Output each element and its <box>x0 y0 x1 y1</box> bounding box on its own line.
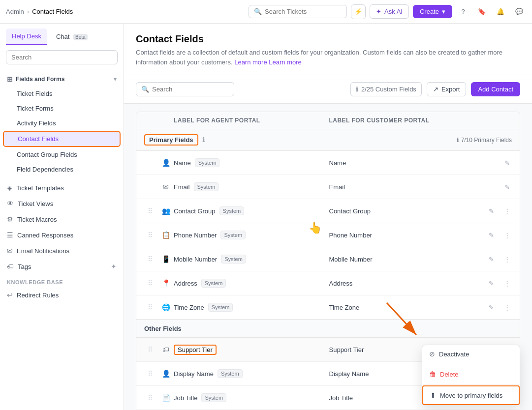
bell-icon[interactable]: 🔔 <box>494 5 507 19</box>
field-name: Phone Number <box>174 232 217 239</box>
primary-fields-label-wrap: Primary Fields ℹ <box>144 134 205 146</box>
edit-button[interactable]: ✎ <box>500 180 514 194</box>
knowledge-base-section-label: KNOWLEDGE BASE <box>0 274 124 287</box>
ask-ai-label: Ask AI <box>384 8 403 15</box>
sidebar-item-redirect-rules[interactable]: ↩ Redirect Rules <box>0 287 124 303</box>
page-title: Contact Fields <box>136 33 520 45</box>
more-button[interactable]: ⋮ <box>500 252 514 266</box>
edit-button[interactable]: ✎ <box>484 228 498 242</box>
toolbar-search[interactable]: 🔍 <box>136 82 234 96</box>
sidebar-search[interactable] <box>0 45 124 69</box>
edit-button[interactable]: ✎ <box>484 252 498 266</box>
sidebar-item-ticket-views[interactable]: 👁 Ticket Views <box>0 196 124 211</box>
sidebar-item-contact-fields[interactable]: Contact Fields <box>3 131 121 147</box>
chat-icon[interactable]: 💬 <box>512 5 526 19</box>
bookmark-icon[interactable]: 🔖 <box>475 5 489 19</box>
drag-handle[interactable]: ⠿ <box>142 394 158 402</box>
edit-button[interactable]: ✎ <box>484 276 498 290</box>
search-tickets-input[interactable] <box>265 8 342 15</box>
row-actions: ✎ ⋮ <box>484 252 514 266</box>
export-icon: ↗ <box>433 86 438 93</box>
sidebar-item-ticket-forms[interactable]: Ticket Forms <box>3 101 121 116</box>
system-badge: System <box>220 231 246 239</box>
tags-icon: 🏷 <box>7 263 14 270</box>
tab-chat[interactable]: Chat Beta <box>50 29 94 44</box>
field-name-cell: Mobile Number System <box>174 255 329 264</box>
export-button[interactable]: ↗ Export <box>427 82 467 96</box>
sidebar-tabs: Help Desk Chat Beta <box>0 24 124 45</box>
phone-icon: 📋 <box>158 231 174 239</box>
tab-helpdesk[interactable]: Help Desk <box>6 29 47 45</box>
sidebar-item-email-notifications[interactable]: ✉ Email Notifications <box>0 243 124 259</box>
drag-handle[interactable]: ⠿ <box>142 370 158 378</box>
field-name: Address <box>174 280 197 287</box>
drag-handle[interactable]: ⠿ <box>142 231 158 239</box>
row-actions: ✎ ⋮ <box>484 276 514 290</box>
ticket-forms-label: Ticket Forms <box>17 105 54 112</box>
more-button[interactable]: ⋮ <box>500 300 514 314</box>
toolbar-search-input[interactable] <box>152 86 229 93</box>
move-primary-menu-item[interactable]: ⬆ Move to primary fields <box>422 385 520 405</box>
table-wrap: Label for Agent Portal Label for Custome… <box>124 104 532 410</box>
row-actions: ✎ <box>484 156 514 170</box>
count-info-icon: ℹ <box>457 137 459 144</box>
drag-handle[interactable]: ⠿ <box>142 207 158 215</box>
sidebar-item-ticket-fields[interactable]: Ticket Fields <box>3 87 121 101</box>
more-button[interactable]: ⋮ <box>500 276 514 290</box>
help-icon[interactable]: ? <box>456 5 470 19</box>
field-name: Mobile Number <box>174 256 217 263</box>
breadcrumb-admin[interactable]: Admin <box>6 8 24 15</box>
field-name-cell: Contact Group System <box>174 206 329 215</box>
filter-button[interactable]: ⚡ <box>351 4 366 19</box>
drag-handle[interactable]: ⠿ <box>142 346 158 353</box>
more-button[interactable]: ⋮ <box>500 228 514 242</box>
primary-fields-count: ℹ 7/10 Primary Fields <box>457 137 512 144</box>
field-name-cell: Job Title System <box>174 393 329 402</box>
main-content: Contact Fields Contact fields are a coll… <box>124 24 532 410</box>
delete-menu-item[interactable]: 🗑 Delete <box>422 365 520 383</box>
add-contact-button[interactable]: Add Contact <box>471 82 520 96</box>
primary-fields-label: Primary Fields <box>144 134 198 146</box>
field-label: Mobile Number <box>329 256 485 263</box>
learn-more-link[interactable]: Learn more <box>234 59 267 66</box>
drag-handle[interactable]: ⠿ <box>142 303 158 311</box>
col-agent-portal: Label for Agent Portal <box>174 117 329 124</box>
field-name-cell: Address System <box>174 279 329 288</box>
sidebar-item-canned-responses[interactable]: ☰ Canned Responses <box>0 227 124 243</box>
row-actions: ✎ ⋮ <box>484 228 514 242</box>
sidebar-item-field-dependencies[interactable]: Field Dependencies <box>3 162 121 176</box>
primary-fields-section-header: Primary Fields ℹ ℹ 7/10 Primary Fields <box>136 129 520 151</box>
field-name-cell: Email System <box>174 182 329 191</box>
edit-button[interactable]: ✎ <box>484 204 498 218</box>
edit-button[interactable]: ✎ <box>500 156 514 170</box>
tag-icon: 🏷 <box>158 346 174 353</box>
sidebar-section-fields-forms: ⊞ Fields and Forms ▾ Ticket Fields Ticke… <box>0 69 124 180</box>
drag-handle[interactable]: ⠿ <box>142 255 158 263</box>
more-button[interactable]: ⋮ <box>500 204 514 218</box>
filter-icon: ⚡ <box>354 8 362 15</box>
sidebar-item-ticket-macros[interactable]: ⚙ Ticket Macros <box>0 211 124 227</box>
ticket-templates-icon: ◈ <box>7 184 12 192</box>
table-row: ⠿ 📱 Mobile Number System Mobile Number ✎… <box>136 247 520 271</box>
create-button[interactable]: Create ▾ <box>413 5 452 18</box>
system-badge: System <box>195 158 220 167</box>
sidebar-item-contact-group-fields[interactable]: Contact Group Fields <box>3 147 121 162</box>
sidebar-item-ticket-templates[interactable]: ◈ Ticket Templates <box>0 180 124 196</box>
tags-action-icon[interactable]: ✦ <box>111 263 117 270</box>
drag-handle[interactable]: ⠿ <box>142 279 158 287</box>
context-menu: ⊘ Deactivate 🗑 Delete ⬆ Move to primary … <box>422 345 520 406</box>
sidebar-search-input[interactable] <box>6 50 118 64</box>
deactivate-menu-item[interactable]: ⊘ Deactivate <box>422 345 520 363</box>
search-tickets-wrap[interactable]: 🔍 <box>249 5 347 18</box>
breadcrumb-current: Contact Fields <box>32 8 73 15</box>
create-label: Create <box>420 8 439 15</box>
edit-button[interactable]: ✎ <box>484 300 498 314</box>
sidebar-item-activity-fields[interactable]: Activity Fields <box>3 116 121 130</box>
move-up-icon: ⬆ <box>430 391 436 399</box>
sidebar-section-header-fields[interactable]: ⊞ Fields and Forms ▾ <box>0 72 124 86</box>
sidebar-item-tags[interactable]: 🏷 Tags ✦ <box>0 259 124 274</box>
table-row: ⠿ 📋 Phone Number System Phone Number ✎ ⋮ <box>136 223 520 247</box>
field-name: Display Name <box>174 370 214 378</box>
ask-ai-button[interactable]: ✦ Ask AI <box>370 4 409 19</box>
table-row: ⠿ 📍 Address System Address ✎ ⋮ <box>136 271 520 295</box>
